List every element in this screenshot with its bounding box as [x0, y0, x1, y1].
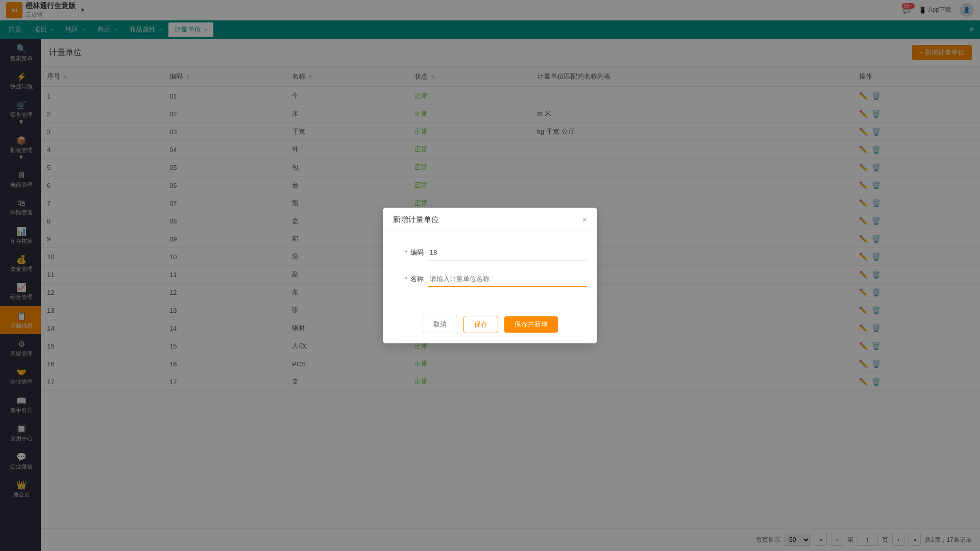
modal-header: 新增计量单位 ×	[383, 208, 597, 232]
name-input[interactable]	[428, 271, 587, 287]
required-star-code: *	[405, 248, 407, 256]
add-unit-modal: 新增计量单位 × * 编码 * 名称 取消 保存 保存并新增	[383, 208, 597, 343]
form-row-code: * 编码	[393, 244, 587, 261]
modal-footer: 取消 保存 保存并新增	[383, 310, 597, 343]
form-label-name: * 名称	[393, 274, 424, 284]
modal-title: 新增计量单位	[393, 215, 439, 224]
code-input[interactable]	[428, 244, 587, 261]
save-and-new-button[interactable]: 保存并新增	[504, 316, 558, 333]
modal-body: * 编码 * 名称	[383, 232, 597, 310]
modal-overlay: 新增计量单位 × * 编码 * 名称 取消 保存 保存并新增	[0, 0, 980, 551]
save-button[interactable]: 保存	[463, 316, 498, 333]
form-row-name: * 名称	[393, 271, 587, 287]
form-label-code: * 编码	[393, 248, 424, 257]
required-star-name: *	[405, 275, 407, 283]
cancel-button[interactable]: 取消	[423, 316, 457, 333]
modal-close-btn[interactable]: ×	[582, 216, 587, 224]
